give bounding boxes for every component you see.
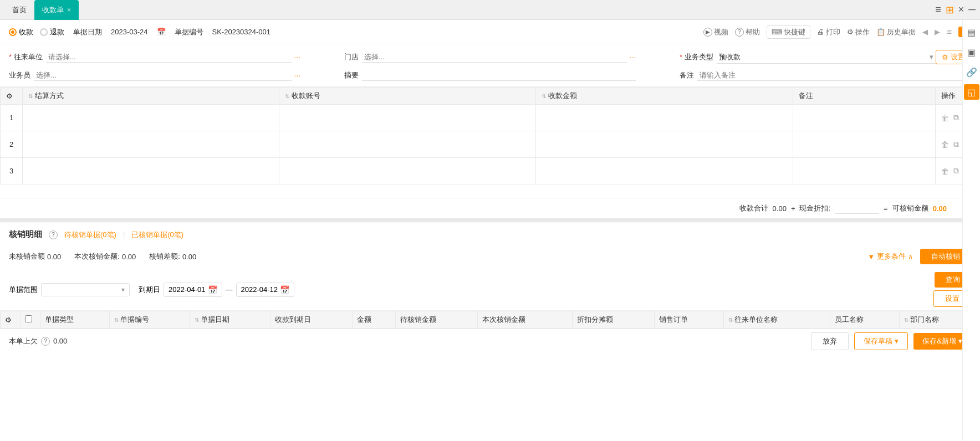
row-1-remark[interactable]	[793, 105, 935, 131]
store-label: 门店	[344, 52, 359, 62]
staff-label: 业务员	[9, 70, 30, 80]
bottom-col-amount-label: 金额	[357, 315, 371, 324]
verif-pending-tab[interactable]: 待核销单据(0笔)	[64, 230, 116, 240]
date-to-value: 2022-04-12	[241, 285, 278, 294]
nav-prev-icon[interactable]: ◀	[922, 28, 928, 36]
window-min-icon[interactable]: ─	[968, 4, 976, 16]
unchecked-label: 未核销金额	[9, 252, 45, 261]
per-order-info-icon[interactable]: ?	[41, 337, 50, 346]
row-1-settlement[interactable]	[23, 105, 279, 131]
row-2-copy-icon[interactable]: ⧉	[953, 140, 959, 149]
verif-tab-sep: |	[123, 230, 125, 239]
radio-refund-dot	[40, 28, 48, 36]
save-draft-label: 保存草稿	[864, 336, 892, 346]
bottom-col-settings[interactable]: ⚙	[1, 311, 21, 329]
sum-label: 收款合计	[739, 203, 768, 213]
row-3-delete-icon[interactable]: 🗑	[941, 167, 949, 176]
btn-shortcut[interactable]: ⌨ 快捷键	[767, 25, 810, 39]
store-input[interactable]	[362, 52, 627, 63]
calendar-icon[interactable]: 📅	[157, 28, 166, 36]
history-icon: 📋	[876, 28, 885, 36]
sidebar-icon-expand[interactable]: ◱	[964, 84, 979, 100]
business-type-select[interactable]: 预收款 ▾	[717, 51, 936, 64]
more-filter-btn[interactable]: ▼ 更多条件 ∧	[867, 252, 913, 261]
row-3-remark[interactable]	[793, 158, 935, 184]
row-3-settlement[interactable]	[23, 158, 279, 184]
partner-more-btn[interactable]: ···	[294, 53, 300, 61]
row-1-delete-icon[interactable]: 🗑	[941, 114, 949, 122]
bottom-table-area: ⚙ 单据类型 ⇅ 单据编号 ⇅ 单据日期	[0, 310, 980, 329]
bottom-col-sales-order-label: 销售订单	[659, 315, 688, 324]
cal-from-icon[interactable]: 📅	[208, 285, 217, 294]
date-from-input[interactable]: 2022-04-01 📅	[164, 283, 222, 297]
btn-operation[interactable]: ⚙ 操作	[847, 27, 870, 37]
doc-number-label: 单据编号	[175, 27, 203, 37]
tab-close-icon[interactable]: ×	[67, 6, 71, 14]
stat-diff: 核销差额: 0.00	[149, 252, 196, 261]
layout-icon[interactable]: ⊞	[946, 4, 954, 16]
date-dash: —	[226, 285, 233, 294]
bottom-col-staff-label: 员工名称	[835, 315, 864, 324]
btn-print[interactable]: 🖨 打印	[817, 27, 840, 37]
sidebar-icon-table[interactable]: ▤	[964, 24, 979, 40]
staff-input[interactable]	[34, 70, 292, 81]
row-2-amount[interactable]	[536, 131, 793, 158]
expand-icon[interactable]: ≡	[935, 4, 941, 16]
row-3-copy-icon[interactable]: ⧉	[953, 166, 959, 176]
remark-field: 备注	[680, 70, 971, 81]
window-close-icon[interactable]: ×	[958, 4, 964, 16]
date-value[interactable]: 2023-03-24	[111, 28, 148, 36]
col-settings-header[interactable]: ⚙	[1, 88, 23, 105]
bottom-col-due-date: 收款到期日	[270, 311, 352, 329]
tab-receipt[interactable]: 收款单 ×	[34, 0, 79, 20]
partner-input[interactable]	[46, 52, 292, 63]
sidebar-icon-grid[interactable]: ▣	[964, 44, 979, 60]
tab-home-label: 首页	[12, 5, 27, 15]
row-1-copy-icon[interactable]: ⧉	[953, 113, 959, 122]
btn-help[interactable]: ? 帮助	[735, 27, 760, 37]
row-2-delete-icon[interactable]: 🗑	[941, 140, 949, 149]
discount-label: 现金折扣:	[799, 203, 830, 213]
date-label: 单据日期	[73, 27, 102, 37]
table-area: ⚙ ⇅ 结算方式 ⇅ 收款账号 ⇅ 收款金额 备注	[0, 87, 980, 198]
nav-next-icon[interactable]: ▶	[935, 28, 940, 36]
date-to-input[interactable]: 2022-04-12 📅	[236, 283, 295, 297]
radio-refund[interactable]: 退款	[40, 27, 64, 37]
row-2-account[interactable]	[279, 131, 536, 158]
summary-input[interactable]	[362, 70, 636, 81]
row-3-account[interactable]	[279, 158, 536, 184]
discard-btn[interactable]: 放弃	[811, 332, 849, 350]
tab-home[interactable]: 首页	[4, 0, 34, 20]
scope-select[interactable]: ▾	[41, 283, 130, 296]
save-draft-btn[interactable]: 保存草稿 ▾	[854, 332, 908, 350]
save-new-label: 保存&新增	[922, 336, 956, 346]
verif-info-icon[interactable]: ?	[49, 230, 58, 239]
store-more-btn[interactable]: ···	[629, 53, 636, 61]
cal-to-icon[interactable]: 📅	[280, 285, 289, 294]
table-settings-gear[interactable]: ⚙	[6, 92, 13, 100]
row-2-settlement[interactable]	[23, 131, 279, 158]
radio-receipt[interactable]: 收款	[9, 27, 33, 37]
available-value: 0.00	[933, 204, 947, 213]
bottom-col-date: ⇅ 单据日期	[190, 311, 270, 329]
btn-history[interactable]: 📋 历史单据	[876, 27, 916, 37]
video-icon: ▶	[703, 28, 712, 37]
row-3-amount[interactable]	[536, 158, 793, 184]
verif-filter-row: 单据范围 ▾ 到期日 2022-04-01 📅 — 2022-04-12 📅	[9, 269, 971, 310]
verif-done-tab[interactable]: 已核销单据(0笔)	[131, 230, 183, 240]
help-icon: ?	[735, 28, 744, 37]
row-1-amount[interactable]	[536, 105, 793, 131]
row-2-remark[interactable]	[793, 131, 935, 158]
select-all-checkbox[interactable]	[25, 315, 32, 322]
btn-video[interactable]: ▶ 视频	[703, 27, 728, 37]
row-1-account[interactable]	[279, 105, 536, 131]
sidebar-icon-link[interactable]: 🔗	[964, 64, 979, 80]
list-icon[interactable]: ≡	[947, 27, 952, 37]
per-order-label: 本单上欠	[9, 336, 38, 346]
bottom-col-checkbox[interactable]	[21, 311, 40, 329]
bottom-table-gear[interactable]: ⚙	[5, 316, 12, 324]
remark-input[interactable]	[697, 70, 971, 81]
discount-input[interactable]	[835, 203, 879, 214]
staff-more-btn[interactable]: ···	[294, 71, 300, 80]
radio-receipt-dot	[9, 28, 17, 36]
